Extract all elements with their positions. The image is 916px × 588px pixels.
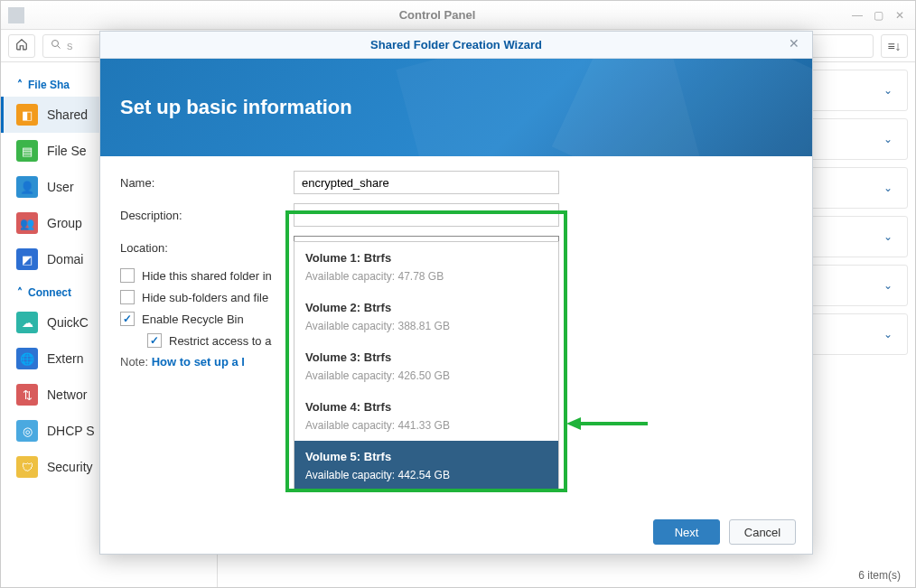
app-icon bbox=[8, 7, 24, 23]
search-placeholder: s bbox=[67, 39, 73, 52]
checkbox-checked-icon bbox=[120, 312, 135, 326]
modal-footer: Next Cancel bbox=[100, 510, 812, 554]
close-button[interactable]: ✕ bbox=[895, 9, 908, 22]
volume-option-3[interactable]: Volume 3: Btrfs Available capacity: 426.… bbox=[294, 341, 558, 391]
svg-point-0 bbox=[52, 41, 59, 47]
modal-title: Shared Folder Creation Wizard bbox=[370, 38, 542, 51]
checkbox-icon bbox=[120, 268, 135, 283]
note-link[interactable]: How to set up a l bbox=[152, 355, 245, 369]
chevron-up-icon: ˄ bbox=[17, 79, 23, 91]
arrow-icon bbox=[566, 415, 648, 433]
chevron-down-icon: ⌄ bbox=[883, 230, 893, 243]
name-input[interactable] bbox=[294, 171, 559, 194]
file-icon: ▤ bbox=[16, 140, 38, 162]
chevron-down-icon: ⌄ bbox=[883, 328, 893, 341]
chevron-down-icon: ⌄ bbox=[883, 182, 893, 194]
maximize-button[interactable]: ▢ bbox=[874, 9, 886, 22]
sort-icon: ≡↓ bbox=[887, 39, 901, 53]
volume-option-5[interactable]: Volume 5: Btrfs Available capacity: 442.… bbox=[294, 441, 558, 490]
group-icon: 👥 bbox=[16, 212, 38, 234]
window-title: Control Panel bbox=[32, 8, 843, 22]
folder-icon: ◧ bbox=[16, 104, 38, 126]
checkbox-checked-icon bbox=[147, 333, 162, 348]
shared-folder-wizard-modal: Shared Folder Creation Wizard ✕ Set up b… bbox=[99, 31, 813, 555]
sort-button[interactable]: ≡↓ bbox=[881, 34, 908, 58]
chevron-down-icon: ⌄ bbox=[883, 84, 893, 97]
location-dropdown: Volume 1: Btrfs Available capacity: 47.7… bbox=[294, 241, 559, 491]
volume-option-1[interactable]: Volume 1: Btrfs Available capacity: 47.7… bbox=[294, 242, 558, 292]
modal-close-button[interactable]: ✕ bbox=[789, 37, 803, 51]
dhcp-icon: ◎ bbox=[16, 420, 38, 442]
name-label: Name: bbox=[120, 176, 294, 190]
home-icon bbox=[15, 38, 28, 53]
globe-icon: 🌐 bbox=[16, 348, 38, 369]
modal-heading: Set up basic information bbox=[120, 96, 352, 119]
volume-option-4[interactable]: Volume 4: Btrfs Available capacity: 441.… bbox=[294, 391, 558, 441]
modal-body: Name: Description: Location: Volume 5: B… bbox=[100, 156, 812, 510]
cloud-icon: ☁ bbox=[16, 312, 38, 333]
home-button[interactable] bbox=[8, 34, 35, 58]
close-icon: ✕ bbox=[789, 36, 799, 51]
annotation-arrow bbox=[566, 415, 648, 433]
status-bar: 6 item(s) bbox=[858, 569, 901, 582]
chevron-down-icon: ⌄ bbox=[883, 279, 893, 292]
shield-icon: 🛡 bbox=[16, 456, 38, 478]
user-icon: 👤 bbox=[16, 176, 38, 198]
chevron-down-icon: ⌄ bbox=[883, 133, 893, 145]
search-icon bbox=[51, 39, 61, 52]
next-button[interactable]: Next bbox=[653, 519, 720, 545]
description-input[interactable] bbox=[294, 203, 559, 227]
modal-banner: Set up basic information bbox=[100, 59, 812, 156]
svg-line-1 bbox=[58, 46, 61, 49]
svg-marker-3 bbox=[566, 417, 581, 430]
checkbox-icon bbox=[120, 290, 135, 304]
domain-icon: ◩ bbox=[16, 248, 38, 270]
location-label: Location: bbox=[120, 241, 294, 255]
modal-titlebar: Shared Folder Creation Wizard ✕ bbox=[100, 32, 812, 59]
chevron-up-icon: ˄ bbox=[17, 286, 23, 299]
description-label: Description: bbox=[120, 209, 294, 222]
minimize-button[interactable]: — bbox=[852, 9, 865, 22]
cancel-button[interactable]: Cancel bbox=[729, 519, 796, 545]
control-panel-titlebar: Control Panel — ▢ ✕ bbox=[1, 1, 915, 30]
volume-option-2[interactable]: Volume 2: Btrfs Available capacity: 388.… bbox=[294, 292, 558, 341]
network-icon: ⇅ bbox=[16, 384, 38, 406]
